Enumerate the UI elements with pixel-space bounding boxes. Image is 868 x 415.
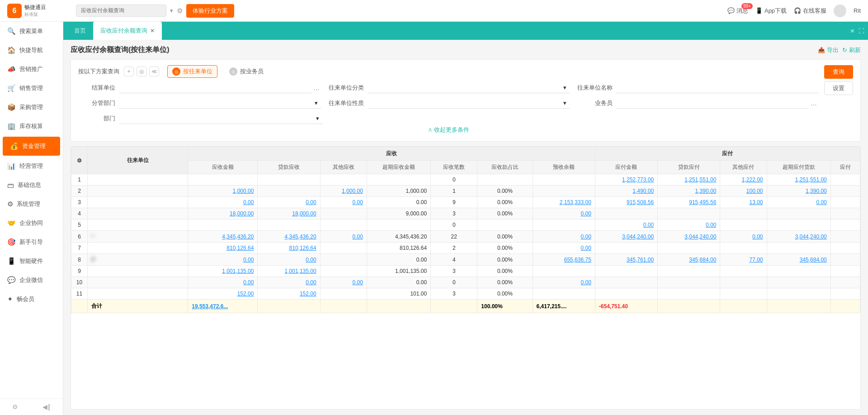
cell-other-ap[interactable]: 13.00	[720, 197, 767, 208]
cell-other-ap[interactable]: 1,222.00	[720, 174, 767, 186]
cell-loan-ar[interactable]: 0.00	[258, 277, 320, 288]
cell-loan-ar[interactable]	[258, 219, 320, 231]
salesman-input[interactable]	[616, 98, 809, 109]
salesman-dots-icon[interactable]: …	[809, 100, 819, 107]
cell-loan-ap[interactable]: 345,684.00	[658, 254, 720, 266]
cell-ap-amount[interactable]: 0.00	[595, 219, 657, 231]
cell-loan-ar[interactable]: 4,345,436.20	[258, 231, 320, 243]
cell-loan-ap[interactable]	[658, 266, 720, 277]
settlement-input[interactable]	[119, 82, 311, 93]
cell-loan-ar[interactable]	[258, 186, 320, 197]
cell-ar-amount[interactable]: 4,345,436.20	[188, 231, 258, 243]
cell-other-ar[interactable]	[320, 254, 367, 266]
cell-advance-balance[interactable]	[533, 288, 595, 300]
cell-other-ap[interactable]	[720, 219, 767, 231]
cell-ar-amount[interactable]: 810,126.64	[188, 243, 258, 254]
tab-close-window-icon[interactable]: ✕	[850, 28, 855, 34]
sidebar-item-system[interactable]: ⚙ 系统管理	[0, 195, 63, 214]
cell-advance-balance[interactable]	[533, 174, 595, 186]
sidebar-item-finance[interactable]: 💰 资金管理	[3, 137, 60, 156]
cell-overdue-ap[interactable]	[767, 243, 830, 254]
cell-loan-ar[interactable]: 0.00	[258, 254, 320, 266]
cell-other-ap[interactable]	[720, 208, 767, 219]
download-button[interactable]: 📱 App下载	[755, 7, 787, 15]
sidebar-item-guide[interactable]: 🎯 新手引导	[0, 233, 63, 252]
cell-ar-amount[interactable]: 0.00	[188, 254, 258, 266]
cell-ap-amount[interactable]	[595, 288, 657, 300]
cell-other-ar[interactable]: 0.00	[320, 231, 367, 243]
cell-other-ap[interactable]	[720, 243, 767, 254]
collapse-icon[interactable]: ◀‖	[42, 403, 51, 410]
cell-ap-amount[interactable]: 3,044,240.00	[595, 231, 657, 243]
cell-loan-ap[interactable]	[658, 288, 720, 300]
tab-close-icon[interactable]: ✕	[150, 28, 155, 34]
cell-other-ar[interactable]: 1,000.00	[320, 186, 367, 197]
cell-loan-ap[interactable]: 0.00	[658, 219, 720, 231]
message-button[interactable]: 💬 消息 99+	[727, 7, 748, 15]
cell-loan-ap[interactable]: 915,495.56	[658, 197, 720, 208]
cell-overdue-ap[interactable]: 1,390.00	[767, 186, 830, 197]
collapse-scheme-button[interactable]: ≪	[149, 67, 159, 76]
cell-ar-amount[interactable]	[188, 219, 258, 231]
unit-category-select[interactable]: ▾	[368, 82, 570, 93]
cell-other-ar[interactable]	[320, 174, 367, 186]
avatar[interactable]	[834, 5, 846, 17]
cell-other-ap[interactable]	[720, 288, 767, 300]
cell-loan-ap[interactable]: 3,044,240.00	[658, 231, 720, 243]
cell-ap-amount[interactable]	[595, 208, 657, 219]
cell-advance-balance[interactable]: 0.00	[533, 243, 595, 254]
dept-select[interactable]: ▾	[119, 113, 323, 124]
cell-other-ap[interactable]: 0.00	[720, 231, 767, 243]
mode-by-unit[interactable]: ◎ 按往来单位	[167, 65, 217, 78]
cell-advance-balance[interactable]	[533, 266, 595, 277]
service-button[interactable]: 🎧 在线客服	[794, 7, 826, 15]
cell-other-ar[interactable]	[320, 288, 367, 300]
cell-loan-ap[interactable]: 1,390.00	[658, 186, 720, 197]
sidebar-item-search[interactable]: 🔍 搜索菜单	[0, 22, 63, 41]
cell-ap-amount[interactable]: 345,761.00	[595, 254, 657, 266]
cell-ap-amount[interactable]	[595, 277, 657, 288]
cell-ar-amount[interactable]: 18,000.00	[188, 208, 258, 219]
cell-overdue-ap[interactable]	[767, 208, 830, 219]
cell-loan-ar[interactable]: 152.00	[258, 288, 320, 300]
cell-advance-balance[interactable]: 2,153,333.00	[533, 197, 595, 208]
sidebar-item-warehouse[interactable]: 🏢 库存核算	[0, 117, 63, 136]
cell-loan-ar[interactable]	[258, 174, 320, 186]
cell-ar-amount[interactable]: 0.00	[188, 197, 258, 208]
cell-other-ap[interactable]: 77.00	[720, 254, 767, 266]
cell-overdue-ap[interactable]	[767, 288, 830, 300]
cell-overdue-ap[interactable]	[767, 219, 830, 231]
cell-advance-balance[interactable]: 0.00	[533, 231, 595, 243]
cell-overdue-ap[interactable]	[767, 266, 830, 277]
cell-ar-amount[interactable]	[188, 174, 258, 186]
cell-loan-ap[interactable]	[658, 243, 720, 254]
sidebar-item-sales[interactable]: 🛒 销售管理	[0, 79, 63, 98]
setting-button[interactable]: 设置	[824, 81, 853, 95]
cell-ap-amount[interactable]	[595, 243, 657, 254]
collapse-more-button[interactable]: ∧ 收起更多条件	[78, 124, 819, 136]
cell-loan-ar[interactable]: 1,001,135.00	[258, 266, 320, 277]
cell-ar-amount[interactable]: 0.00	[188, 277, 258, 288]
sidebar-item-wechat[interactable]: 💬 企业微信	[0, 271, 63, 290]
refresh-button[interactable]: ↻ 刷新	[842, 46, 861, 54]
add-scheme-button[interactable]: +	[124, 67, 134, 76]
cell-other-ap[interactable]	[720, 277, 767, 288]
cell-other-ar[interactable]	[320, 219, 367, 231]
sidebar-item-quick[interactable]: 🏠 快捷导航	[0, 41, 63, 60]
cell-loan-ar[interactable]: 18,000.00	[258, 208, 320, 219]
cell-ap-amount[interactable]	[595, 266, 657, 277]
cell-overdue-ap[interactable]: 3,044,240.00	[767, 231, 830, 243]
export-button[interactable]: 📤 导出	[818, 46, 839, 54]
cell-advance-balance[interactable]: 655,636.75	[533, 254, 595, 266]
tab-home[interactable]: 首页	[67, 22, 93, 40]
query-button[interactable]: 查询	[824, 65, 853, 79]
cell-ap-amount[interactable]: 1,490.00	[595, 186, 657, 197]
sidebar-item-purchase[interactable]: 📦 采购管理	[0, 98, 63, 117]
cell-ar-amount[interactable]: 1,000.00	[188, 186, 258, 197]
tab-fullscreen-icon[interactable]: ⛶	[859, 28, 864, 34]
cell-other-ar[interactable]	[320, 266, 367, 277]
cell-loan-ar[interactable]: 0.00	[258, 197, 320, 208]
cell-other-ar[interactable]: 0.00	[320, 277, 367, 288]
cell-advance-balance[interactable]: 0.00	[533, 208, 595, 219]
cell-loan-ar[interactable]: 810,126.64	[258, 243, 320, 254]
